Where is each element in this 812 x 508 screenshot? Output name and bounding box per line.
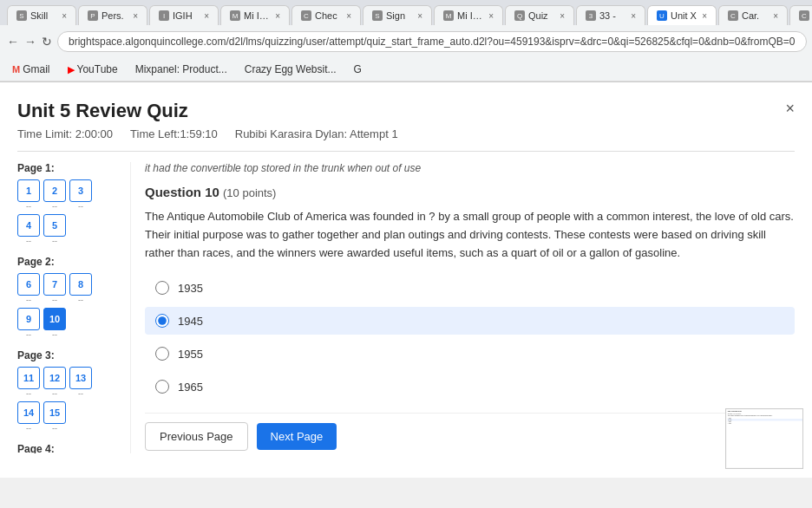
question-status-15: -- — [43, 424, 66, 433]
thumbnail-preview: Unit 5 Review Quiz Question 10 (10 point… — [725, 408, 803, 469]
bookmark-item[interactable]: Crazy Egg Websit... — [239, 62, 342, 77]
close-button[interactable]: × — [785, 100, 795, 118]
radio-1955[interactable] — [155, 347, 169, 361]
question-status-12: -- — [43, 389, 66, 398]
question-status-13: -- — [69, 389, 92, 398]
reload-button[interactable]: ↻ — [42, 30, 52, 53]
sidebar-page-1: Page 1:1--2--3--4--5-- — [17, 162, 123, 245]
question-btn-4[interactable]: 4 — [17, 214, 40, 237]
question-btn-5[interactable]: 5 — [43, 214, 66, 237]
browser-chrome: SSkill×PPers.×IIGIH×MMi Inbo×CChec×SSign… — [0, 0, 812, 82]
question-text: The Antique Automobile Club of America w… — [145, 208, 795, 262]
page-label-2: Page 2: — [17, 256, 123, 268]
browser-tab[interactable]: CCar.× — [718, 5, 788, 25]
browser-tab[interactable]: CChec× — [291, 5, 361, 25]
question-btn-13[interactable]: 13 — [69, 367, 92, 389]
browser-tab[interactable]: QQuiz× — [505, 5, 574, 25]
bookmark-item[interactable]: Mixpanel: Product... — [130, 62, 232, 77]
nav-buttons: Previous Page Next Page Page 2 of 4 — [145, 413, 795, 451]
browser-tab[interactable]: IIGIH× — [149, 5, 219, 25]
answer-label-1945: 1945 — [178, 315, 203, 328]
question-status-11: -- — [17, 389, 40, 398]
question-status-5: -- — [43, 237, 66, 245]
question-btn-15[interactable]: 15 — [43, 401, 66, 424]
nav-bar: ← → ↻ brightspace.algonquincollege.com/d… — [0, 25, 812, 58]
browser-tab[interactable]: 333 -× — [576, 5, 645, 25]
bookmarks-bar: M Gmail▶ YouTubeMixpanel: Product...Craz… — [0, 58, 812, 81]
question-btn-6[interactable]: 6 — [17, 273, 40, 296]
answer-options: 1935194519551965 — [145, 274, 795, 401]
radio-1935[interactable] — [155, 281, 169, 295]
question-status-7: -- — [43, 296, 66, 304]
question-status-14: -- — [17, 424, 40, 433]
next-button[interactable]: Next Page — [257, 423, 337, 450]
answer-option-1965[interactable]: 1965 — [145, 373, 795, 401]
radio-1965[interactable] — [155, 380, 169, 394]
browser-tab[interactable]: MMi Inbo× — [434, 5, 503, 25]
content-area: it had the convertible top stored in the… — [130, 162, 795, 453]
quiz-header: Unit 5 Review Quiz Time Limit: 2:00:00 T… — [17, 100, 795, 152]
question-btn-10[interactable]: 10 — [43, 308, 66, 330]
question-btn-14[interactable]: 14 — [17, 401, 40, 424]
page-label-4: Page 4: — [17, 443, 123, 453]
question-status-6: -- — [17, 296, 40, 304]
browser-tab[interactable]: CCour× — [789, 5, 812, 25]
answer-label-1965: 1965 — [178, 381, 203, 394]
question-btn-8[interactable]: 8 — [69, 273, 92, 296]
answer-label-1935: 1935 — [178, 282, 203, 295]
question-btn-2[interactable]: 2 — [43, 179, 66, 202]
sidebar-page-3: Page 3:11--12--13--14--15-- — [17, 349, 123, 433]
address-text: brightspace.algonquincollege.com/d2l/lms… — [69, 36, 796, 48]
quiz-container: Unit 5 Review Quiz Time Limit: 2:00:00 T… — [0, 82, 812, 478]
browser-tab[interactable]: SSign× — [363, 5, 432, 25]
question-btn-11[interactable]: 11 — [17, 367, 40, 389]
browser-tab[interactable]: MMi Inbo× — [220, 5, 290, 25]
scrolled-text: it had the convertible top stored in the… — [145, 162, 795, 174]
radio-1945[interactable] — [155, 314, 169, 328]
prev-button[interactable]: Previous Page — [145, 422, 248, 451]
question-status-4: -- — [17, 237, 40, 245]
sidebar-page-2: Page 2:6--7--8--9--10-- — [17, 256, 123, 339]
question-btn-9[interactable]: 9 — [17, 308, 40, 330]
question-btn-12[interactable]: 12 — [43, 367, 66, 389]
answer-option-1955[interactable]: 1955 — [145, 340, 795, 368]
page-label-3: Page 3: — [17, 349, 123, 361]
quiz-body: Page 1:1--2--3--4--5--Page 2:6--7--8--9-… — [17, 162, 795, 453]
answer-label-1955: 1955 — [178, 348, 203, 361]
question-status-3: -- — [69, 202, 92, 211]
sidebar: Page 1:1--2--3--4--5--Page 2:6--7--8--9-… — [17, 162, 130, 453]
quiz-title: Unit 5 Review Quiz — [17, 100, 795, 122]
student-info: Rubibi Karasira Dylan: Attempt 1 — [235, 127, 398, 140]
browser-tab[interactable]: SSkill× — [7, 5, 76, 25]
time-limit: Time Limit: 2:00:00 — [17, 127, 113, 140]
answer-option-1935[interactable]: 1935 — [145, 274, 795, 302]
bookmark-gmail[interactable]: M Gmail — [7, 62, 56, 77]
browser-tab[interactable]: PPers.× — [78, 5, 147, 25]
question-status-1: -- — [17, 202, 40, 211]
forward-button[interactable]: → — [24, 30, 36, 53]
question-btn-7[interactable]: 7 — [43, 273, 66, 296]
question-status-8: -- — [69, 296, 92, 304]
tab-bar: SSkill×PPers.×IIGIH×MMi Inbo×CChec×SSign… — [0, 0, 812, 25]
main-area: Unit 5 Review Quiz Time Limit: 2:00:00 T… — [0, 82, 812, 478]
question-status-2: -- — [43, 202, 66, 211]
time-left: Time Left:1:59:10 — [130, 127, 218, 140]
address-bar[interactable]: brightspace.algonquincollege.com/d2l/lms… — [57, 31, 807, 52]
browser-tab[interactable]: UUnit X× — [647, 5, 717, 25]
quiz-meta: Time Limit: 2:00:00 Time Left:1:59:10 Ru… — [17, 127, 795, 140]
sidebar-page-4: Page 4:16--17--18--19--20-- — [17, 443, 123, 453]
question-status-9: -- — [17, 330, 40, 339]
question-title: Question 10 (10 points) — [145, 185, 795, 199]
bookmark-youtube[interactable]: ▶ YouTube — [62, 62, 123, 77]
back-button[interactable]: ← — [7, 30, 19, 53]
answer-option-1945[interactable]: 1945 — [145, 307, 795, 335]
question-status-10: -- — [43, 330, 66, 339]
bookmark-item[interactable]: G — [349, 62, 367, 77]
page-label-1: Page 1: — [17, 162, 123, 174]
question-btn-3[interactable]: 3 — [69, 179, 92, 202]
question-btn-1[interactable]: 1 — [17, 179, 40, 202]
